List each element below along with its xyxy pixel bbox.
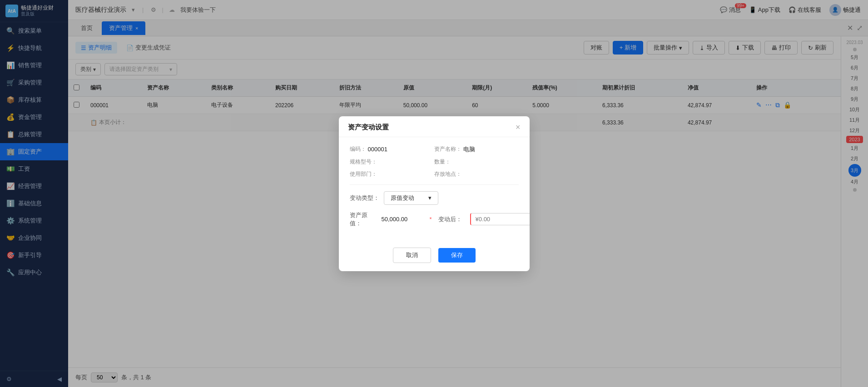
location-label: 存放地点： <box>434 170 461 178</box>
dialog-footer: 取消 保存 <box>339 242 530 271</box>
asset-name-value: 电脑 <box>463 145 475 154</box>
cancel-button[interactable]: 取消 <box>393 248 431 263</box>
change-type-select[interactable]: 原值变动 ▾ <box>384 191 438 205</box>
after-required-star: * <box>430 216 432 223</box>
quantity-label: 数量： <box>434 158 451 166</box>
dialog-field-spec: 规格型号： <box>350 158 434 166</box>
dialog-body: 编码： 000001 资产名称： 电脑 规格型号： <box>339 137 530 242</box>
dialog-field-quantity: 数量： <box>434 158 519 166</box>
dialog-field-asset-name: 资产名称： 电脑 <box>434 145 519 154</box>
code-value: 000001 <box>368 146 387 153</box>
save-button[interactable]: 保存 <box>438 248 476 263</box>
dept-label: 使用部门： <box>350 170 377 178</box>
asset-change-dialog: 资产变动设置 × 编码： 000001 资产名称： 电脑 <box>339 116 530 271</box>
original-value-label: 资产原值： <box>350 211 377 228</box>
spec-label: 规格型号： <box>350 158 377 166</box>
after-value-input[interactable] <box>470 213 530 225</box>
change-type-dropdown-icon: ▾ <box>428 194 432 201</box>
asset-name-label: 资产名称： <box>434 145 461 153</box>
dialog-change-type-row: 变动类型： 原值变动 ▾ <box>350 191 519 205</box>
dialog-field-code: 编码： 000001 <box>350 145 434 154</box>
dialog-info-grid: 编码： 000001 资产名称： 电脑 规格型号： <box>350 145 519 185</box>
change-type-value: 原值变动 <box>391 194 414 202</box>
dialog-field-dept: 使用部门： <box>350 170 434 178</box>
original-value-display: 50,000.00 <box>382 216 418 223</box>
change-type-label: 变动类型： <box>350 194 379 202</box>
dialog-header: 资产变动设置 × <box>339 116 530 137</box>
dialog-value-row: 资产原值： 50,000.00 * 变动后： <box>350 211 519 228</box>
dialog-overlay: 资产变动设置 × 编码： 000001 资产名称： 电脑 <box>0 0 868 387</box>
dialog-close-btn[interactable]: × <box>516 123 521 132</box>
dialog-field-location: 存放地点： <box>434 170 519 178</box>
code-label: 编码： <box>350 145 366 153</box>
dialog-title: 资产变动设置 <box>348 123 389 132</box>
after-label: 变动后： <box>438 215 466 223</box>
